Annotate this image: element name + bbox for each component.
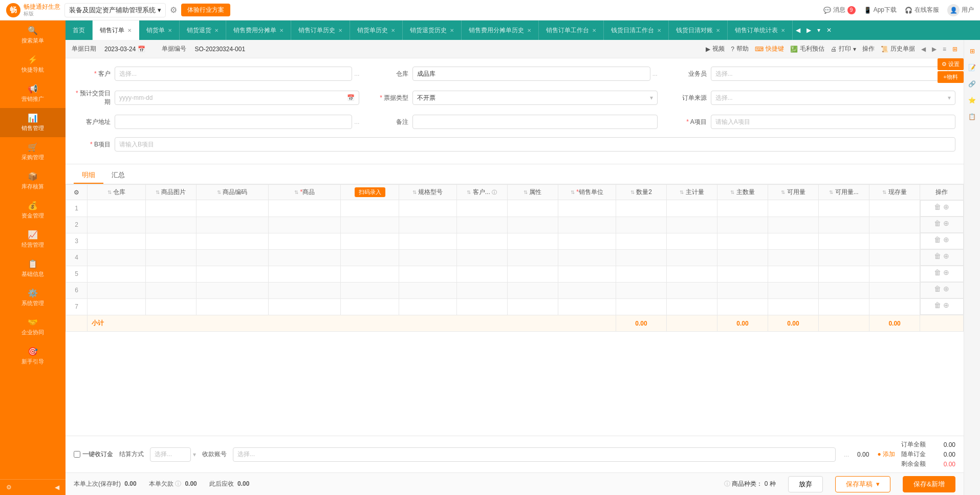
copy-icon[interactable]: ⊕ [943,235,949,247]
tab-detail[interactable]: 明细 [74,167,103,184]
copy-icon[interactable]: ⊕ [943,252,949,263]
grid-view-icon[interactable]: ⊞ [952,46,957,53]
tab-sales-workbench[interactable]: 销售订单工作台 ✕ [539,20,604,40]
col-product-img-header[interactable]: ⇅ 商品图片 [145,185,196,200]
col-product-code-header[interactable]: ⇅ 商品编码 [196,185,268,200]
col-warehouse-header[interactable]: ⇅ 仓库 [88,185,145,200]
sidebar-item-search-menu[interactable]: 🔍 搜索菜单 [0,20,66,50]
sidebar-item-base-info[interactable]: 📋 基础信息 [0,254,66,283]
tab-summary[interactable]: 汇总 [103,167,133,184]
online-service-btn[interactable]: 🎧 在线客服 [905,6,939,14]
copy-icon[interactable]: ⊕ [943,268,949,279]
tab-close-icon[interactable]: ✕ [450,28,454,33]
account-select[interactable]: 选择... [233,447,836,462]
col-attributes-header[interactable]: ⇅ 属性 [507,185,558,200]
sidebar-item-finance[interactable]: 💰 资金管理 [0,196,66,225]
tab-close-icon[interactable]: ✕ [127,28,132,33]
right-icon-2[interactable]: 📝 [965,60,979,75]
copy-icon[interactable]: ⊕ [943,203,949,214]
col-main-unit-header[interactable]: ⇅ 主计量 [666,185,717,200]
tab-close-all-btn[interactable]: ✕ [823,27,835,34]
list-view-icon[interactable]: ≡ [943,46,946,53]
row-1-spec[interactable] [399,200,456,217]
row-1-main-unit[interactable] [666,200,717,217]
row-1-qty2[interactable] [616,200,666,217]
save-new-btn[interactable]: 保存&新增 [903,476,955,492]
row-1-product-img[interactable] [145,200,196,217]
staff-input[interactable]: 选择... [711,67,948,81]
row-1-product-code[interactable] [196,200,268,217]
operate-btn[interactable]: 操作 [862,45,875,53]
sidebar-item-quick-nav[interactable]: ⚡ 快捷导航 [0,50,66,79]
col-current-stock-header[interactable]: ⇅ 现存量 [869,185,920,200]
copy-icon[interactable]: ⊕ [943,219,949,230]
col-settings-header[interactable]: ⚙ [66,185,88,200]
delete-icon[interactable]: 🗑 [934,203,941,214]
help-btn[interactable]: ? 帮助 [731,45,749,53]
account-more-btn[interactable]: ... [844,451,849,458]
col-spec-header[interactable]: ⇅ 规格型号 [399,185,456,200]
tab-close-icon[interactable]: ✕ [391,28,395,33]
tab-sales-order-history[interactable]: 销售订单历史 ✕ [291,20,350,40]
tab-daily-reconcile[interactable]: 钱货日清对账 ✕ [669,20,728,40]
sidebar-item-inventory[interactable]: 📦 库存核算 [0,166,66,196]
col-customer-code-header[interactable]: ⇅ 客户... ⓘ [456,185,507,200]
tab-daily-workbench[interactable]: 钱货日清工作台 ✕ [604,20,669,40]
sidebar-settings-icon[interactable]: ⚙ [6,484,12,491]
settings-icon[interactable]: ⚙ [170,5,177,15]
tab-sales-stats[interactable]: 销售订单统计表 ✕ [728,20,793,40]
sidebar-item-marketing[interactable]: 📢 营销推广 [0,79,66,108]
order-source-select[interactable]: 选择... ▾ [711,91,955,105]
col-available-qty-header[interactable]: ⇅ 可用量 [768,185,819,200]
row-1-current-stock[interactable] [869,200,920,217]
col-main-qty-header[interactable]: ⇅ 主数量 [717,185,768,200]
sidebar-collapse-icon[interactable]: ◀ [55,484,59,491]
video-btn[interactable]: ▶ 视频 [706,45,725,53]
col-sales-unit-header[interactable]: ⇅ *销售单位 [558,185,616,200]
tab-sales-order[interactable]: 销售订单 ✕ [93,20,139,40]
tab-close-icon[interactable]: ✕ [781,28,785,33]
col-available-qty2-header[interactable]: ⇅ 可用量... [819,185,869,200]
add-payment-btn[interactable]: ● 添加 [877,450,895,459]
tab-close-icon[interactable]: ✕ [168,28,172,33]
tab-close-icon[interactable]: ✕ [657,28,661,33]
delete-icon[interactable]: 🗑 [934,268,941,279]
right-icon-3[interactable]: 🔗 [965,77,979,91]
warehouse-more-btn[interactable]: ... [652,70,658,77]
right-icon-5[interactable]: 📋 [965,110,979,124]
app-download-btn[interactable]: 📱 App下载 [864,6,897,14]
delete-icon[interactable]: 🗑 [934,219,941,230]
draft-dropdown-icon[interactable]: ▾ [876,480,880,488]
date-field[interactable]: 2023-03-24 📅 [104,46,145,53]
customer-input[interactable]: 选择... [115,67,352,81]
row-1-available-qty2[interactable] [819,200,869,217]
row-1-sales-unit[interactable] [558,200,616,217]
delete-icon[interactable]: 🗑 [934,252,941,263]
auto-checkout-checkbox[interactable]: 一键收订金 [74,450,113,459]
tab-close-icon[interactable]: ✕ [279,28,284,33]
delete-icon[interactable]: 🗑 [934,301,941,312]
row-1-warehouse[interactable] [88,200,145,217]
remark-input[interactable] [412,115,657,129]
print-btn[interactable]: 🖨 打印 ▾ [831,45,856,53]
scan-input-btn[interactable]: 扫码录入 [355,187,385,197]
add-product-btn[interactable]: +物料 [938,71,964,83]
shortcut-btn[interactable]: ⌨ 快捷键 [755,45,784,53]
a-project-input[interactable]: 请输入A项目 [711,115,955,129]
checkout-method-select[interactable]: 选择... [150,447,191,462]
tab-close-icon[interactable]: ✕ [214,28,219,33]
discard-btn[interactable]: 放弃 [788,476,823,492]
address-more-btn[interactable]: ... [354,118,359,125]
save-draft-btn[interactable]: 保存草稿 ▾ [835,476,891,492]
next-record-icon[interactable]: ▶ [932,46,937,53]
tab-more-btn[interactable]: ▾ [814,27,823,34]
row-1-main-qty[interactable] [717,200,768,217]
right-icon-4[interactable]: ⭐ [965,93,979,107]
sidebar-item-ops-mgmt[interactable]: 📈 经营管理 [0,225,66,254]
user-avatar[interactable]: 👤 用户 [947,4,974,16]
col-qty2-header[interactable]: ⇅ 数量2 [616,185,666,200]
row-1-customer-code[interactable] [456,200,507,217]
sidebar-item-new-guide[interactable]: 🎯 新手引导 [0,341,66,371]
tab-sales-invoice[interactable]: 销货单 ✕ [139,20,180,40]
message-btn[interactable]: 💬 消息 9 [823,6,856,14]
